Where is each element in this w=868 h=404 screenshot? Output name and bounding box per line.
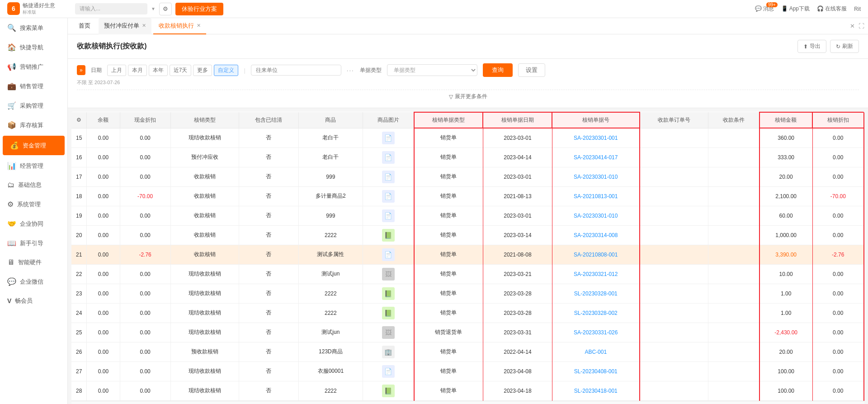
tab-home[interactable]: 首页 xyxy=(71,18,98,34)
tab-expand-btn[interactable]: ⛶ xyxy=(859,23,864,29)
date-btn-last-month[interactable]: 上月 xyxy=(107,65,126,76)
page-content: 收款核销执行(按收款) ⬆ 导出 ↻ 刷新 » 日期 xyxy=(68,34,868,404)
date-btn-custom[interactable]: 自定义 xyxy=(214,65,238,76)
col-collect-condition: 收款条件 xyxy=(708,112,760,128)
date-btn-more[interactable]: 更多 xyxy=(193,65,212,76)
system-icon: ⚙ xyxy=(7,200,14,209)
sidebar-label-inventory: 库存核算 xyxy=(20,121,43,129)
col-cancel-discount: 核销折扣 xyxy=(812,112,864,128)
sidebar-label-enterprise: 企业协同 xyxy=(20,220,43,228)
table-row: 240.000.00现结收款核销否2222📗销货单2023-03-28SL-20… xyxy=(71,303,864,323)
bill-type-select[interactable]: 单据类型 xyxy=(387,64,477,76)
sidebar-label-purchase: 采购管理 xyxy=(20,102,43,110)
date-btn-this-month[interactable]: 本月 xyxy=(128,65,147,76)
settings-gear-btn[interactable]: ⚙ xyxy=(159,3,172,15)
table-row: 190.000.00收款核销否999📄销货单2023-03-01SA-20230… xyxy=(71,206,864,225)
sidebar-item-marketing[interactable]: 📢 营销推广 xyxy=(0,57,67,76)
sidebar-item-basic[interactable]: 🗂 基础信息 xyxy=(0,176,67,195)
dropdown-icon: ▼ xyxy=(151,6,156,11)
hardware-icon: 🖥 xyxy=(7,258,14,266)
col-include-settled: 包含已结清 xyxy=(239,112,298,128)
top-bar-center: 请输入... ▼ ⚙ 休验行业方案 xyxy=(75,3,755,15)
sidebar-label-marketing: 营销推广 xyxy=(20,63,43,71)
sidebar-item-enterprise[interactable]: 🤝 企业协同 xyxy=(0,214,67,233)
sidebar-item-system[interactable]: ⚙ 系统管理 xyxy=(0,195,67,214)
table-row: 150.000.00现结收款核销否老白干📄销货单2023-03-01SA-202… xyxy=(71,128,864,147)
col-balance: 余额 xyxy=(87,112,120,128)
page-title: 收款核销执行(按收款) xyxy=(77,42,147,51)
tab-bar: 首页 预付冲应付单 ✕ 收款核销执行 ✕ ✕ ⛶ xyxy=(68,18,868,34)
refresh-btn[interactable]: ↻ 刷新 xyxy=(830,40,859,53)
query-btn[interactable]: 查询 xyxy=(483,63,513,77)
table-row: 160.000.00预付冲应收否老白干📄销货单2023-04-14SA-2023… xyxy=(71,147,864,167)
tab-collect[interactable]: 收款核销执行 ✕ xyxy=(153,18,206,34)
logo-icon: 6 xyxy=(7,2,20,15)
col-gear: ⚙ xyxy=(71,112,87,128)
search-icon: 🔍 xyxy=(7,24,16,32)
col-product: 商品 xyxy=(298,112,363,128)
table-row: 220.000.00现结收款核销否测试jun🖼销货单2023-03-21SA-2… xyxy=(71,264,864,284)
date-btn-7days[interactable]: 近7天 xyxy=(170,65,192,76)
filter-expand-btn[interactable]: » xyxy=(77,65,85,75)
operation-icon: 📊 xyxy=(7,162,16,170)
date-range-display: 不限 至 2023-07-26 xyxy=(77,80,120,85)
tab-collect-close[interactable]: ✕ xyxy=(197,23,201,29)
sidebar-item-wechat[interactable]: 💬 企业微信 xyxy=(0,272,67,291)
sidebar-item-guide[interactable]: 📖 新手引导 xyxy=(0,233,67,253)
sidebar-item-hardware[interactable]: 🖥 智能硬件 xyxy=(0,253,67,272)
table-row: 210.00-2.76收款核销否测试多属性📄销货单2021-08-08SA-20… xyxy=(71,245,864,264)
export-btn[interactable]: ⬆ 导出 xyxy=(797,40,826,53)
col-cancel-type: 核销类型 xyxy=(170,112,239,128)
export-icon: ⬆ xyxy=(803,43,808,50)
sidebar-label-shortcut: 快捷导航 xyxy=(20,43,43,52)
sidebar-label-finance: 资金管理 xyxy=(23,142,46,150)
page-header: 收款核销执行(按收款) ⬆ 导出 ↻ 刷新 xyxy=(68,34,868,59)
sidebar-item-sales[interactable]: 💼 销售管理 xyxy=(0,76,67,96)
refresh-icon: ↻ xyxy=(836,43,840,50)
basic-icon: 🗂 xyxy=(7,181,14,189)
online-service-btn[interactable]: 🎧 在线客服 xyxy=(817,5,847,13)
inventory-icon: 📦 xyxy=(7,121,16,129)
sidebar-label-basic: 基础信息 xyxy=(18,181,42,189)
sidebar-item-finance[interactable]: 💰 资金管理 xyxy=(3,136,65,155)
date-label: 日期 xyxy=(91,67,102,74)
sidebar-item-purchase[interactable]: 🛒 采购管理 xyxy=(0,96,67,115)
sidebar-label-vip: 畅会员 xyxy=(15,297,33,305)
expand-more-btn[interactable]: ▽ 展开更多条件 xyxy=(449,93,487,100)
home-icon: 🏠 xyxy=(7,43,16,52)
data-table: ⚙ 余额 现金折扣 核销类型 包含已结清 商品 商品图片 核销单据类型 核销单据… xyxy=(71,112,864,401)
user-name[interactable]: Rit xyxy=(854,6,861,12)
sidebar-item-shortcut[interactable]: 🏠 快捷导航 xyxy=(0,38,67,57)
sidebar-item-search[interactable]: 🔍 搜索菜单 xyxy=(0,18,67,38)
logo-sub: 标准版 xyxy=(23,9,55,15)
sidebar-item-operation[interactable]: 📊 经营管理 xyxy=(0,156,67,176)
tab-prepay[interactable]: 预付冲应付单 ✕ xyxy=(99,18,151,34)
sidebar-label-guide: 新手引导 xyxy=(20,239,43,247)
col-cash-discount: 现金折扣 xyxy=(120,112,170,128)
filter-settings-btn[interactable]: 设置 xyxy=(518,63,545,77)
app-download-btn[interactable]: 📱 App下载 xyxy=(781,5,810,13)
col-cancel-bill-no: 核销单据号 xyxy=(552,112,639,128)
sidebar-label-operation: 经营管理 xyxy=(20,162,43,170)
col-cancel-date: 核销单据日期 xyxy=(483,112,552,128)
sidebar-item-vip[interactable]: V 畅会员 xyxy=(0,291,67,310)
guide-icon: 📖 xyxy=(7,239,16,247)
table-container: ⚙ 余额 现金折扣 核销类型 包含已结清 商品 商品图片 核销单据类型 核销单据… xyxy=(71,112,864,404)
date-buttons: 上月 本月 本年 近7天 更多 自定义 xyxy=(107,65,239,76)
message-btn[interactable]: 💬 消息 99+ xyxy=(755,5,774,13)
sales-icon: 💼 xyxy=(7,82,16,90)
industry-solution-btn[interactable]: 休验行业方案 xyxy=(175,3,223,15)
date-btn-this-year[interactable]: 本年 xyxy=(149,65,168,76)
partner-input[interactable] xyxy=(251,65,341,76)
table-header-row: ⚙ 余额 现金折扣 核销类型 包含已结清 商品 商品图片 核销单据类型 核销单据… xyxy=(71,112,864,128)
tab-prepay-close[interactable]: ✕ xyxy=(142,23,146,29)
table-row: 280.000.00现结收款核销否2222📗销货单2023-04-18SL-20… xyxy=(71,381,864,400)
sidebar-item-inventory[interactable]: 📦 库存核算 xyxy=(0,115,67,135)
tab-prepay-label: 预付冲应付单 xyxy=(104,22,139,30)
sidebar-label-hardware: 智能硬件 xyxy=(18,258,42,266)
table-row: 180.00-70.00收款核销否多计量商品2📄销货单2021-08-13SA-… xyxy=(71,186,864,206)
tab-close-all-btn[interactable]: ✕ xyxy=(850,23,855,29)
col-cancel-bill-type: 核销单据类型 xyxy=(414,112,483,128)
top-search-input[interactable]: 请输入... xyxy=(75,3,147,14)
page-actions: ⬆ 导出 ↻ 刷新 xyxy=(797,40,859,53)
